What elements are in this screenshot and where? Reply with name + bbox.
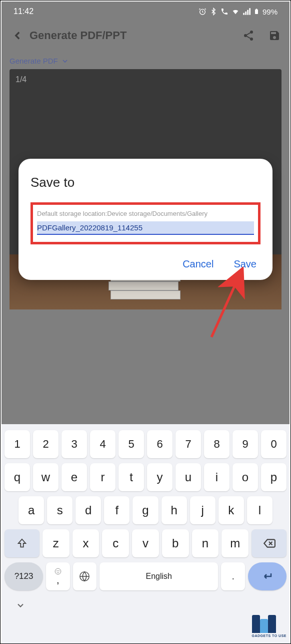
phone-icon [220,8,228,16]
keyboard: 1 2 3 4 5 6 7 8 9 0 q w e r t y u i o p … [2,424,290,643]
key-8[interactable]: 8 [204,430,230,458]
storage-location-label: Default storage location:Device storage/… [37,210,254,217]
enter-icon [261,570,273,582]
key-q[interactable]: q [4,463,30,491]
keyboard-row-numbers: 1 2 3 4 5 6 7 8 9 0 [4,430,286,458]
key-k[interactable]: k [218,496,244,524]
svg-point-9 [58,570,59,571]
key-s[interactable]: s [47,496,72,524]
filename-input[interactable] [37,221,254,235]
battery-percentage: 99% [262,8,278,16]
save-dialog: Save to Default storage location:Device … [18,159,272,280]
key-z[interactable]: z [42,529,70,557]
key-j[interactable]: j [190,496,216,524]
app-header: Generate PDF/PPT [2,22,290,50]
bluetooth-icon [210,8,218,16]
battery-icon [254,8,260,16]
key-p[interactable]: p [261,463,286,491]
key-w[interactable]: w [33,463,58,491]
svg-point-7 [55,568,61,574]
key-0[interactable]: 0 [261,430,286,458]
save-icon-button[interactable] [268,29,282,43]
key-r[interactable]: r [90,463,116,491]
dropdown-label: Generate PDF [10,57,58,65]
key-f[interactable]: f [104,496,130,524]
key-backspace[interactable] [252,529,286,557]
key-enter[interactable] [248,562,286,590]
watermark-text: GADGETS TO USE [252,634,287,637]
key-shift[interactable] [4,529,40,557]
key-t[interactable]: t [118,463,144,491]
keyboard-row-1: q w e r t y u i o p [4,463,286,491]
key-6[interactable]: 6 [147,430,172,458]
key-v[interactable]: v [132,529,159,557]
key-i[interactable]: i [204,463,230,491]
key-7[interactable]: 7 [176,430,201,458]
watermark: GADGETS TO USE [252,615,287,637]
format-dropdown[interactable]: Generate PDF [2,50,290,69]
key-c[interactable]: c [102,529,129,557]
key-language[interactable] [73,562,96,590]
status-bar: 11:42 99% [2,2,290,22]
svg-point-5 [250,38,253,41]
share-icon [242,30,254,42]
key-y[interactable]: y [147,463,172,491]
keyboard-row-3: z x c v b n m [4,529,286,557]
key-l[interactable]: l [247,496,272,524]
chevron-down-icon [16,600,26,610]
key-space[interactable]: English [100,562,218,590]
page-title: Generate PDF/PPT [30,29,242,42]
dialog-title: Save to [30,175,260,190]
back-button[interactable] [10,28,26,44]
key-symbols[interactable]: ?123 [4,562,43,590]
key-3[interactable]: 3 [62,430,87,458]
key-e[interactable]: e [62,463,87,491]
svg-point-4 [244,34,247,37]
page-indicator: 1/4 [16,75,26,84]
cancel-button[interactable]: Cancel [182,258,214,270]
key-1[interactable]: 1 [4,430,30,458]
key-9[interactable]: 9 [232,430,258,458]
share-button[interactable] [242,29,256,43]
key-a[interactable]: a [18,496,44,524]
annotation-highlight-box: Default storage location:Device storage/… [30,202,260,244]
key-h[interactable]: h [162,496,187,524]
key-b[interactable]: b [162,529,189,557]
globe-icon [79,571,90,582]
keyboard-collapse-button[interactable] [12,599,28,611]
chevron-down-icon [61,57,69,65]
svg-rect-1 [255,10,258,14]
key-d[interactable]: d [76,496,101,524]
save-button[interactable]: Save [234,258,256,270]
backspace-icon [262,537,276,550]
svg-point-3 [250,31,253,34]
shift-icon [16,538,28,549]
keyboard-row-4: ?123 , English . [4,562,286,590]
signal-icon [242,8,250,16]
keyboard-row-2: a s d f g h j k l [4,496,286,524]
key-comma[interactable]: , [46,562,70,590]
save-icon [268,30,280,42]
key-period[interactable]: . [221,562,244,590]
key-5[interactable]: 5 [118,430,144,458]
key-2[interactable]: 2 [33,430,58,458]
wifi-icon [232,8,240,16]
svg-point-8 [57,570,58,571]
key-o[interactable]: o [232,463,258,491]
status-icons: 99% [198,8,278,16]
key-x[interactable]: x [72,529,100,557]
status-time: 11:42 [14,7,34,16]
svg-rect-2 [256,9,257,10]
key-u[interactable]: u [176,463,201,491]
key-n[interactable]: n [192,529,219,557]
key-g[interactable]: g [132,496,158,524]
key-m[interactable]: m [222,529,248,557]
chevron-left-icon [11,29,24,42]
key-4[interactable]: 4 [90,430,116,458]
alarm-icon [198,8,206,16]
emoji-icon [54,568,62,575]
